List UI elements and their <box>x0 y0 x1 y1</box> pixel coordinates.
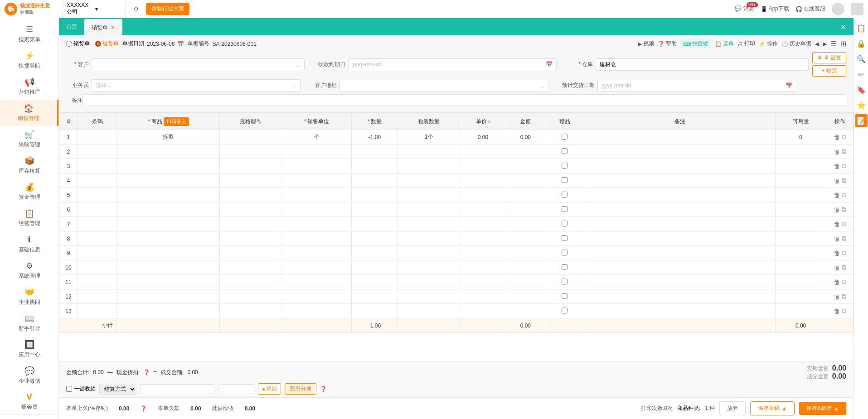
gift-checkbox[interactable] <box>562 293 567 299</box>
return-radio[interactable] <box>95 41 101 47</box>
copy-icon[interactable]: ⧉ <box>842 220 846 228</box>
rp-active-icon[interactable]: 📝 <box>855 114 868 127</box>
cell-product[interactable]: 拆页 <box>117 130 220 144</box>
sales-radio[interactable] <box>66 41 72 47</box>
copy-icon[interactable]: ⧉ <box>842 191 846 199</box>
save-draft-button[interactable]: 保存草稿 ▲ <box>750 401 795 415</box>
calendar-icon[interactable]: 📅 <box>177 41 184 47</box>
gift-checkbox[interactable] <box>562 163 567 169</box>
gift-checkbox[interactable] <box>562 221 567 226</box>
user-menu[interactable] <box>851 3 863 15</box>
sidebar-item-marketing[interactable]: 📢 营销推广 <box>0 73 58 100</box>
salesperson-input[interactable]: 选择... ... <box>92 79 301 92</box>
sidebar-item-ops-mgmt[interactable]: 📋 经营管理 <box>0 205 58 231</box>
sidebar-item-purchase-mgmt[interactable]: 🛒 采购管理 <box>0 126 58 152</box>
select-link[interactable]: 📋 选单 <box>715 40 734 48</box>
avatar[interactable] <box>832 3 844 15</box>
sidebar-item-collab[interactable]: 🤝 企业协同 <box>0 284 58 310</box>
customer-input[interactable]: ... <box>92 58 305 70</box>
save-new-button[interactable]: 保存&新增 ▲ <box>799 402 846 415</box>
gift-checkbox[interactable] <box>562 134 567 140</box>
copy-icon[interactable]: ⧉ <box>842 249 846 257</box>
copy-icon[interactable]: ⧉ <box>842 206 846 213</box>
view-grid-icon[interactable]: ⊞ <box>840 39 846 48</box>
total-owed-help[interactable]: ❓ <box>140 405 147 412</box>
sidebar-item-basic-info[interactable]: ℹ 基础信息 <box>0 231 58 257</box>
sidebar-item-guide[interactable]: 📖 新手引导 <box>0 310 58 336</box>
sidebar-item-wechat[interactable]: 💬 企业微信 <box>0 362 58 389</box>
video-link[interactable]: ▶ 视频 <box>638 40 654 48</box>
sidebar-item-finance[interactable]: 💰 资金管理 <box>0 178 58 205</box>
cell-unit[interactable]: 个 <box>282 130 351 144</box>
cell-amount[interactable]: 0.00 <box>506 130 545 144</box>
gift-checkbox[interactable] <box>562 206 567 212</box>
delete-icon[interactable]: 🗑 <box>834 308 840 315</box>
expected-date-input[interactable]: yyyy-mm-dd 📅 <box>597 80 796 92</box>
rp-clipboard-icon[interactable]: 📋 <box>855 22 868 34</box>
expense-help-icon[interactable]: ❓ <box>320 386 327 392</box>
customer-addr-input[interactable]: ... <box>339 80 548 92</box>
copy-icon[interactable]: ⧉ <box>842 133 846 141</box>
pay-amount-input[interactable] <box>218 384 254 394</box>
sidebar-item-search-order[interactable]: ☰ 搜索菜单 <box>0 21 58 47</box>
operations-link[interactable]: ⚡ 操作 <box>759 40 778 48</box>
sidebar-item-inventory[interactable]: 📦 库存核算 <box>0 152 58 178</box>
cell-spec[interactable] <box>220 130 282 144</box>
company-select[interactable]: XXXXXX公司 ▾ <box>63 0 126 18</box>
rp-bookmark-icon[interactable]: 🔖 <box>855 83 868 96</box>
add-pay-button[interactable]: ● 添加 <box>258 383 281 395</box>
sidebar-item-sales-mgmt[interactable]: 🏠 销售管理 <box>0 100 58 126</box>
expense-split-button[interactable]: 费用分摊 <box>285 383 316 395</box>
rp-lock-icon[interactable]: 🔒 <box>855 37 868 50</box>
print-link[interactable]: 🖨 打印 <box>737 40 755 48</box>
copy-icon[interactable]: ⧉ <box>842 177 846 184</box>
scan-button[interactable]: 扫码录入 <box>164 117 189 126</box>
gift-checkbox[interactable] <box>562 308 567 313</box>
settings-side-button[interactable]: ⚙ ⚙ 设置 <box>812 52 846 63</box>
gift-checkbox[interactable] <box>562 148 567 154</box>
due-date-input[interactable]: yyyy-mm-dd 📅 <box>348 58 557 70</box>
goods-type-value[interactable]: 1 种 <box>705 405 715 412</box>
delete-icon[interactable]: 🗑 <box>834 221 840 228</box>
cell-unit-price[interactable]: 0.00 <box>460 130 506 144</box>
nav-next[interactable]: ▶ <box>823 41 827 47</box>
app-download-button[interactable]: 📱 App下载 <box>761 5 789 13</box>
sidebar-item-vip[interactable]: V 畅会员 <box>0 389 58 414</box>
abandon-button[interactable]: 放弃 <box>719 401 746 415</box>
view-list-icon[interactable]: ☰ <box>830 39 837 48</box>
discount-help-icon[interactable]: ❓ <box>143 369 150 376</box>
warehouse-input[interactable]: 建材仓 ... <box>596 58 809 71</box>
gift-checkbox[interactable] <box>562 235 567 241</box>
sidebar-item-quick-nav[interactable]: ⚡ 快捷导航 <box>0 47 58 73</box>
pay-method-select[interactable]: 结算方式 <box>99 384 136 395</box>
cell-note[interactable] <box>584 130 776 144</box>
tab-sales-order[interactable]: 销货单 ✕ <box>84 19 122 36</box>
help-link[interactable]: ❓ 帮助 <box>658 40 677 48</box>
copy-icon[interactable]: ⧉ <box>842 235 846 242</box>
trial-button[interactable]: 体验行业方案 <box>146 3 189 15</box>
due-date-calendar-icon[interactable]: 📅 <box>546 61 553 67</box>
th-settings[interactable]: ⚙ <box>59 113 78 130</box>
one-click-checkbox-input[interactable] <box>66 386 72 392</box>
sidebar-item-app-center[interactable]: 🔲 应用中心 <box>0 336 58 362</box>
cell-pack-qty[interactable]: 1个 <box>398 130 460 144</box>
copy-icon[interactable]: ⧉ <box>842 264 846 271</box>
delete-icon[interactable]: 🗑 <box>834 279 840 286</box>
delete-icon[interactable]: 🗑 <box>834 264 840 271</box>
delete-icon[interactable]: 🗑 <box>834 293 840 300</box>
cell-qty[interactable]: -1.00 <box>351 130 398 144</box>
note-input[interactable] <box>82 94 846 106</box>
gift-checkbox[interactable] <box>562 264 567 270</box>
delete-icon[interactable]: 🗑 <box>834 163 840 170</box>
nav-prev[interactable]: ◀ <box>815 41 819 47</box>
one-click-pay-checkbox[interactable]: 一键收款 <box>66 385 96 393</box>
delete-icon[interactable]: 🗑 <box>834 134 840 141</box>
gift-checkbox[interactable] <box>562 192 567 197</box>
tab-close-icon[interactable]: ✕ <box>111 24 115 31</box>
pay-account-input[interactable] <box>140 384 214 394</box>
rp-star-icon[interactable]: ⭐ <box>855 99 868 111</box>
logistics-side-button[interactable]: + 物流 <box>812 65 846 77</box>
tab-home[interactable]: 首页 <box>59 18 84 35</box>
online-service-button[interactable]: 🎧 在线客服 <box>795 5 825 13</box>
cell-barcode[interactable] <box>78 130 117 144</box>
